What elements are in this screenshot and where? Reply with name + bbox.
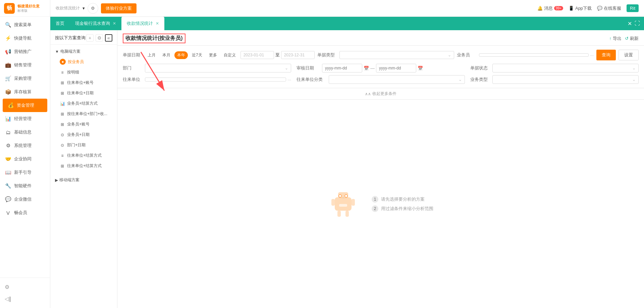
tab-home[interactable]: 首页 [50,17,70,30]
page-header: 收款情况统计(按业务员) ↑ 导出 ↺ 刷新 [117,30,644,46]
mobile-scheme-group: ▶ 移动端方案 [50,173,117,187]
scheme-item-8[interactable]: ⊙部门+日期 [50,140,117,150]
topbar-breadcrumb: 收款情况统计 [56,5,80,11]
topbar-dropdown[interactable]: ▾ [83,6,85,11]
sidebar-icon-1: ⚡ [5,35,11,42]
filter-voucher-status-select[interactable]: ⌄ [492,64,639,72]
tabbar-right-actions: ✕ ⛶ [628,20,644,27]
date-shortcut-more[interactable]: 更多 [206,51,220,59]
date-shortcut-custom[interactable]: 自定义 [221,51,238,59]
topbar-right: 🔔 消息 99+ 📱 App下载 💬 在线客服 Rit [537,4,639,12]
filter-partner-input[interactable] [145,78,286,82]
sidebar-icon-12: 🔧 [5,183,11,189]
sidebar-item-14[interactable]: V畅会员 [0,206,50,219]
scheme-item-7[interactable]: ⊙业务员+日期 [50,130,117,140]
app-download-btn[interactable]: 📱 App下载 [569,5,592,11]
date-shortcut-this-month[interactable]: 本月 [160,51,173,59]
sidebar-item-3[interactable]: 💼销售管理 [0,58,50,72]
sidebar-item-5[interactable]: 📦库存核算 [0,85,50,99]
date-shortcut-7days[interactable]: 近7天 [189,51,205,59]
tab-receipt-stats[interactable]: 收款情况统计 ✕ [121,17,164,30]
sidebar-item-6[interactable]: 💰资金管理 [3,99,47,112]
topbar-settings-btn[interactable]: ⚙ [88,3,98,14]
sidebar-item-10[interactable]: 🤝企业协同 [0,152,50,166]
collapse-bar[interactable]: ∧∧ 收起更多条件 [117,88,644,100]
sidebar-item-7[interactable]: 📊经营管理 [0,112,50,125]
filter-dept-input[interactable]: ⌄ [145,64,291,72]
date-shortcut-this-year[interactable]: 本年 [174,51,188,59]
scheme-item-5[interactable]: ⊞按往来单位+部门+收... [50,109,117,119]
scheme-item-6[interactable]: ⊞业务员+账号 [50,119,117,130]
export-btn[interactable]: ↑ 导出 [609,36,622,42]
tab-close-all-btn[interactable]: ✕ [628,20,632,27]
sidebar-icon-4: 🛒 [5,75,11,82]
left-panel: 按以下方案查询 + ⚙ « ▼ 电脑端方案 ●按业务员≡按明细⊞往来单位+账号⊞… [50,30,117,308]
desktop-scheme-title[interactable]: ▼ 电脑端方案 [50,47,117,56]
sidebar-item-9[interactable]: ⚙系统管理 [0,139,50,152]
filter-date-item: 单据日期 上月 本月 本年 近7天 更多 自定义 至 [123,51,315,59]
scheme-item-9[interactable]: ≡往来单位+结算方式 [50,150,117,161]
sidebar-bottom-collapse[interactable]: ◁‖ [0,293,50,305]
trial-button[interactable]: 体验行业方案 [101,3,137,13]
tab-expand-btn[interactable]: ⛶ [635,20,640,27]
mobile-scheme-title[interactable]: ▶ 移动端方案 [50,175,117,185]
sidebar-item-0[interactable]: 🔍搜索菜单 [0,18,50,32]
sidebar-item-8[interactable]: 🗂基础信息 [0,125,50,139]
sidebar-item-1[interactable]: ⚡快捷导航 [0,32,50,45]
filter-partner-type-select[interactable]: ⌄ [329,75,465,84]
message-btn[interactable]: 🔔 消息 99+ [537,5,563,11]
tabbar: 首页 现金银行流水查询 ✕ 收款情况统计 ✕ ✕ ⛶ [50,17,644,30]
date-from-input[interactable] [240,51,274,59]
sidebar-item-2[interactable]: 📢营销推广 [0,45,50,58]
salesperson-dots[interactable]: ··· [590,53,594,58]
set-button[interactable]: 设置 [619,50,639,60]
refresh-btn[interactable]: ↺ 刷新 [625,36,639,42]
scheme-item-2[interactable]: ⊞往来单位+账号 [50,78,117,88]
user-avatar[interactable]: Rit [627,4,639,12]
filter-salesperson-item: 业务员 ··· [457,52,594,58]
filter-salesperson-select[interactable] [479,53,589,57]
sidebar-icon-13: 💬 [5,196,11,203]
sidebar-icon-10: 🤝 [5,156,11,162]
sidebar-bottom: ⚙ ◁‖ [0,277,50,308]
query-button[interactable]: 查询 [596,50,616,60]
filter-biz-type-select[interactable]: ⌄ [492,75,639,84]
sidebar-item-12[interactable]: 🔧智能硬件 [0,179,50,193]
partner-dots[interactable]: ··· [287,77,291,82]
scheme-item-0[interactable]: ●按业务员 [50,56,117,67]
sidebar-item-11[interactable]: 📖新手引导 [0,166,50,179]
sidebar-bottom-settings[interactable]: ⚙ [0,281,50,293]
review-date-to-input[interactable] [376,64,416,72]
scheme-item-10[interactable]: ⊞往来单位+结算方式 [50,161,117,171]
online-service-btn[interactable]: 💬 在线客服 [597,5,621,11]
sidebar-item-4[interactable]: 🛒采购管理 [0,72,50,85]
filter-partner-field: 往来单位 ··· [123,76,291,83]
sidebar-icon-5: 📦 [5,89,11,95]
sidebar-item-13[interactable]: 💬企业微信 [0,193,50,206]
filter-row-3: 往来单位 ··· 往来单位分类 ⌄ [123,75,639,84]
review-date-from-calendar-icon[interactable]: 📅 [364,66,369,71]
scheme-settings-btn[interactable]: ⚙ [96,34,103,42]
filter-date-shortcuts: 上月 本月 本年 近7天 更多 自定义 [145,51,238,59]
tab-receipt-close-btn[interactable]: ✕ [156,21,159,26]
add-scheme-btn[interactable]: + [86,34,94,42]
sidebar-icon-2: 📢 [5,48,11,55]
date-to-input[interactable] [281,51,315,59]
review-date-from-input[interactable] [322,64,362,72]
sidebar-icon-7: 📊 [5,115,11,122]
collapse-panel-btn[interactable]: « [105,34,112,42]
voucher-status-chevron-icon: ⌄ [632,66,636,70]
filter-voucher-type-select[interactable]: ⌄ [339,51,454,59]
scheme-item-1[interactable]: ≡按明细 [50,67,117,78]
page-title: 收款情况统计(按业务员) [123,34,185,43]
scheme-item-4[interactable]: 📊业务员+结算方式 [50,98,117,109]
tab-bank-flow[interactable]: 现金银行流水查询 ✕ [70,17,121,30]
review-date-to-calendar-icon[interactable]: 📅 [418,66,423,71]
page-header-actions: ↑ 导出 ↺ 刷新 [609,36,639,42]
tab-bank-close-btn[interactable]: ✕ [113,21,116,26]
filter-salesperson-label: 业务员 [457,52,477,58]
scheme-item-icon-1: ≡ [60,70,65,75]
date-shortcut-last-month[interactable]: 上月 [145,51,158,59]
scheme-item-3[interactable]: ⊞往来单位+日期 [50,88,117,98]
scheme-item-icon-7: ⊙ [60,132,65,138]
